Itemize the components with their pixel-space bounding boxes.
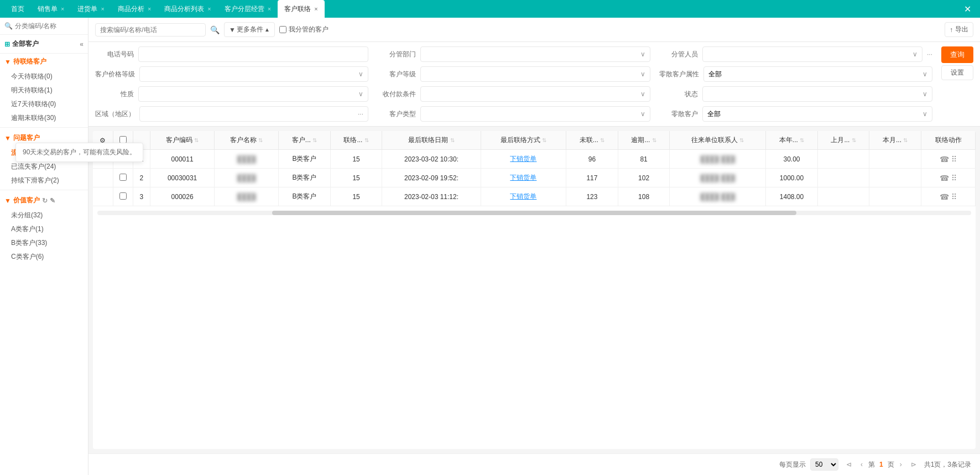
sidebar-item-7days[interactable]: 近7天待联络(0): [0, 97, 88, 111]
sidebar-group-valued[interactable]: ▼ 价值客户 ↻ ✎: [0, 192, 88, 208]
select-all-checkbox[interactable]: [119, 136, 127, 143]
person-more-icon[interactable]: ···: [927, 50, 932, 58]
th-uncontacted[interactable]: 未联...: [566, 131, 618, 150]
my-customers-checkbox[interactable]: [279, 26, 286, 33]
customer-level-select[interactable]: ∨: [420, 66, 650, 82]
scrollbar-thumb[interactable]: [272, 211, 796, 215]
cell-this-month-0: [869, 150, 921, 169]
sidebar-group-pending-items: 今天待联络(0) 明天待联络(1) 近7天待联络(0) 逾期未联络(30): [0, 70, 88, 125]
th-name[interactable]: 客户名称: [215, 131, 279, 150]
filter-row-1: 电话号码 分管部门 ∨ 分管人员: [95, 46, 932, 62]
sidebar-item-ungroup[interactable]: 未分组(32): [0, 208, 88, 222]
zero-attr-label: 零散客户属性: [659, 70, 699, 79]
price-level-select[interactable]: ∨: [139, 66, 368, 82]
sidebar-group-pending[interactable]: ▼ 待联络客户: [0, 54, 88, 70]
close-tab-customer-layer[interactable]: ×: [268, 6, 271, 12]
tab-sales[interactable]: 销售单 ×: [31, 0, 71, 18]
payment-label: 收付款条件: [377, 90, 416, 99]
cell-last-contact-method-2[interactable]: 下销货单: [481, 187, 566, 206]
close-tab-sales[interactable]: ×: [61, 6, 64, 12]
th-type[interactable]: 客户...: [279, 131, 331, 150]
sidebar-group-valued-items: 未分组(32) A类客户(1) B类客户(33) C类客户(6): [0, 208, 88, 264]
valued-refresh-icon[interactable]: ↻: [42, 197, 48, 205]
th-last-contact-date[interactable]: 最后联络日期: [382, 131, 481, 150]
advanced-filter-panel: 电话号码 分管部门 ∨ 分管人员: [88, 42, 980, 127]
th-last-contact-method[interactable]: 最后联络方式: [481, 131, 566, 150]
filter-field-dept: 分管部门 ∨: [377, 46, 650, 62]
sidebar-item-tomorrow[interactable]: 明天待联络(1): [0, 83, 88, 97]
phone-input[interactable]: [138, 46, 368, 62]
export-button[interactable]: ↑ 导出: [945, 22, 973, 37]
region-dots-icon[interactable]: ···: [358, 110, 363, 118]
th-this-year[interactable]: 本年...: [766, 131, 818, 150]
cell-last-contact-method-1[interactable]: 下销货单: [481, 169, 566, 187]
sidebar-item-today[interactable]: 今天待联络(0): [0, 70, 88, 83]
action-contact-icon-1[interactable]: ☎: [940, 174, 949, 182]
th-code[interactable]: 客户编码: [150, 131, 215, 150]
person-select[interactable]: ∨: [702, 46, 922, 62]
first-page-button[interactable]: ⊲: [843, 460, 855, 469]
cell-contact-1: 15: [330, 169, 382, 187]
tab-customer-contact[interactable]: 客户联络 ×: [278, 0, 324, 18]
page-size-select[interactable]: 50 100 200: [810, 458, 838, 471]
close-tab-analysis-list[interactable]: ×: [207, 6, 211, 12]
th-contact[interactable]: 联络...: [330, 131, 382, 150]
my-customers-filter[interactable]: 我分管的客户: [279, 25, 329, 34]
sidebar-item-overdue[interactable]: 逾期未联络(30): [0, 111, 88, 125]
action-more-icon-2[interactable]: ⠿: [951, 192, 957, 201]
action-more-icon-0[interactable]: ⠿: [951, 155, 957, 164]
filter-search-button[interactable]: 🔍: [210, 25, 220, 34]
dept-label: 分管部门: [377, 50, 416, 59]
filter-row-2: 客户价格等级 ∨ 客户等级 ∨: [95, 66, 932, 82]
dept-select[interactable]: ∨: [420, 46, 650, 62]
sidebar-item-classB[interactable]: B类客户(33): [0, 236, 88, 250]
close-tab-customer-contact[interactable]: ×: [314, 6, 317, 12]
cell-checkbox-2[interactable]: [113, 187, 133, 206]
zero-customer-select[interactable]: 全部 ∨: [702, 106, 932, 122]
sidebar-item-declining[interactable]: 持续下滑客户(2): [0, 174, 88, 187]
close-tab-analysis[interactable]: ×: [148, 6, 151, 12]
query-button[interactable]: 查询: [941, 46, 973, 63]
th-unit-contact[interactable]: 往来单位联系人: [670, 131, 766, 150]
sidebar-all-customers[interactable]: ⊞ 全部客户 «: [0, 35, 88, 54]
customer-type-select[interactable]: ∨: [420, 106, 650, 122]
sidebar-item-classC[interactable]: C类客户(6): [0, 250, 88, 264]
tab-purchase[interactable]: 进货单 ×: [71, 0, 111, 18]
tab-analysis[interactable]: 商品分析 ×: [111, 0, 158, 18]
last-page-button[interactable]: ⊳: [908, 460, 920, 469]
valued-edit-icon[interactable]: ✎: [50, 197, 55, 205]
cell-this-year-2: 1408.00: [766, 187, 818, 206]
tab-home[interactable]: 首页: [4, 0, 31, 18]
cell-code-0: 000011: [150, 150, 215, 169]
action-contact-icon-2[interactable]: ☎: [940, 192, 949, 201]
zero-attr-select[interactable]: 全部 ∨: [703, 66, 932, 82]
gender-select[interactable]: ∨: [138, 86, 368, 102]
bottom-scrollbar[interactable]: [93, 206, 976, 220]
payment-select[interactable]: ∨: [420, 86, 650, 102]
cell-contact-2: 15: [330, 187, 382, 206]
filter-more-conditions-button[interactable]: ▼ 更多条件 ▲: [224, 22, 275, 37]
tab-analysis-list[interactable]: 商品分析列表 ×: [158, 0, 217, 18]
cell-checkbox-1[interactable]: [113, 169, 133, 187]
close-tab-purchase[interactable]: ×: [101, 6, 104, 12]
action-contact-icon-0[interactable]: ☎: [940, 155, 949, 164]
prev-page-button[interactable]: ‹: [857, 460, 866, 469]
th-last-month[interactable]: 上月...: [817, 131, 869, 150]
window-close-button[interactable]: ✕: [960, 4, 976, 14]
region-select[interactable]: ···: [139, 106, 368, 122]
row-checkbox-2[interactable]: [119, 192, 127, 200]
th-overdue[interactable]: 逾期...: [618, 131, 670, 150]
cell-last-contact-method-0[interactable]: 下销货单: [481, 150, 566, 169]
sidebar-item-classA[interactable]: A类客户(1): [0, 222, 88, 236]
next-page-button[interactable]: ›: [896, 460, 905, 469]
action-more-icon-1[interactable]: ⠿: [951, 174, 957, 182]
tab-customer-layer[interactable]: 客户分层经营 ×: [218, 0, 278, 18]
filter-search-input[interactable]: [95, 23, 206, 36]
export-icon: ↑: [950, 26, 953, 34]
sidebar-search-input[interactable]: [15, 22, 84, 30]
row-checkbox-1[interactable]: [119, 174, 127, 181]
th-this-month[interactable]: 本月...: [869, 131, 921, 150]
setting-button[interactable]: 设置: [941, 65, 973, 80]
sidebar-collapse-btn[interactable]: «: [80, 40, 84, 48]
status-select[interactable]: ∨: [702, 86, 932, 102]
